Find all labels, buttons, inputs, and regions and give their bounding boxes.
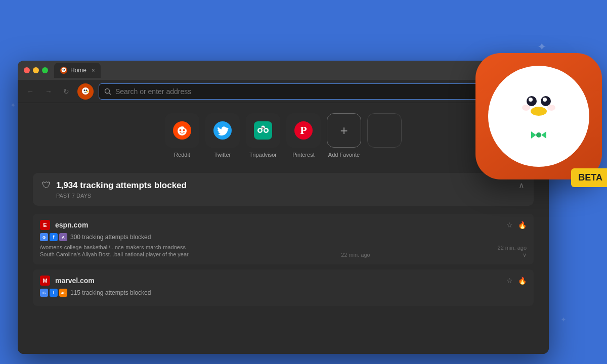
minimize-traffic-light[interactable]: [33, 67, 39, 73]
espn-tracker-logos: G f A: [40, 233, 67, 241]
espn-favicon: E: [40, 220, 50, 230]
espn-time-1: 22 min. ago: [498, 245, 527, 251]
svg-point-2: [63, 69, 64, 70]
title-bar: Home × 🔥: [18, 61, 549, 80]
pinterest-icon: P: [294, 121, 313, 140]
svg-line-15: [185, 127, 186, 128]
favorites-row: Reddit Twitter: [33, 113, 534, 158]
tracking-period: PAST 7 DAYS: [56, 193, 525, 199]
svg-point-12: [180, 129, 182, 131]
maximize-traffic-light[interactable]: [42, 67, 48, 73]
svg-point-31: [543, 98, 547, 102]
tracking-section: 🛡 1,934 tracking attempts blocked ∧ PAST…: [33, 173, 534, 206]
facebook-tracker-logo: f: [50, 233, 58, 241]
marvel-site-header: M marvel.com ☆ 🔥: [40, 276, 527, 286]
marvel-favicon: M: [40, 276, 50, 286]
collapse-tracking-button[interactable]: ∧: [518, 180, 525, 190]
tripadvisor-label: Tripadvisor: [249, 152, 277, 158]
espn-link-2[interactable]: South Carolina's Aliyah Bost...ball nati…: [40, 251, 189, 257]
home-tab[interactable]: Home ×: [54, 63, 101, 78]
marvel-tracker-count: 115 tracking attempts blocked: [70, 289, 151, 296]
close-traffic-light[interactable]: [24, 67, 30, 73]
google-tracker-logo: G: [40, 233, 48, 241]
refresh-button[interactable]: ↻: [60, 85, 72, 98]
ddg-inner-circle: [488, 66, 589, 167]
star-decoration-3: ✦: [560, 315, 567, 324]
marvel-tracker-logos: G f 46: [40, 289, 67, 297]
espn-link-row-2: South Carolina's Aliyah Bost...ball nati…: [40, 251, 527, 258]
back-button[interactable]: ←: [24, 85, 37, 98]
favorite-reddit[interactable]: Reddit: [165, 113, 199, 158]
search-input[interactable]: [115, 87, 519, 96]
tripadvisor-icon-container: TA: [246, 113, 280, 148]
marvel-facebook-tracker-logo: f: [50, 289, 58, 297]
traffic-lights: [24, 67, 48, 73]
espn-link-row-1: /womens-college-basketball/...nce-makers…: [40, 244, 527, 251]
svg-point-3: [64, 69, 65, 70]
twitter-icon-container: [205, 113, 240, 148]
tab-close-button[interactable]: ×: [92, 67, 95, 73]
marvel-domain: marvel.com: [55, 277, 95, 285]
beta-badge: BETA: [571, 168, 607, 187]
tracking-header: 🛡 1,934 tracking attempts blocked ∧: [42, 180, 525, 191]
svg-point-30: [529, 98, 533, 102]
shield-icon: 🛡: [42, 180, 51, 191]
reddit-icon: [173, 121, 191, 140]
svg-point-35: [536, 132, 541, 138]
search-icon: [104, 88, 111, 95]
star-decoration-4: ✦: [10, 101, 16, 109]
marvel-favorite-button[interactable]: ☆: [506, 277, 513, 285]
marvel-other-tracker-logo: 46: [59, 289, 67, 297]
espn-actions: ☆ 🔥: [506, 221, 527, 229]
ddg-logo-svg: [80, 86, 91, 97]
favorite-add[interactable]: + Add Favorite: [327, 113, 361, 158]
marvel-fire-button[interactable]: 🔥: [518, 277, 527, 285]
espn-tracker-count: 300 tracking attempts blocked: [70, 234, 151, 241]
tab-favicon: [60, 67, 67, 74]
browser-window: Home × 🔥 ← → ↻ •••: [18, 61, 549, 354]
svg-point-1: [62, 68, 66, 72]
twitter-label: Twitter: [214, 152, 231, 158]
marvel-name-group: M marvel.com: [40, 276, 95, 286]
pinterest-label: Pinterest: [292, 152, 314, 158]
ddg-logo-background: BETA: [475, 53, 602, 179]
ddg-app-logo: BETA: [475, 53, 602, 179]
empty-favorite-slot: [367, 113, 402, 148]
tripadvisor-icon: TA: [254, 121, 272, 140]
svg-point-32: [531, 107, 547, 116]
favorite-pinterest[interactable]: P Pinterest: [286, 113, 321, 158]
svg-point-36: [522, 105, 530, 111]
tab-title: Home: [70, 67, 86, 74]
tab-area: Home ×: [54, 63, 543, 78]
favorite-tripadvisor[interactable]: TA Tripadvisor: [246, 113, 280, 158]
favorite-twitter[interactable]: Twitter: [205, 113, 240, 158]
star-decoration-1: ✦: [537, 40, 546, 54]
espn-expand-icon[interactable]: ∨: [523, 252, 527, 258]
tracking-title-group: 🛡 1,934 tracking attempts blocked: [42, 180, 187, 191]
espn-favorite-button[interactable]: ☆: [506, 221, 513, 229]
espn-domain: espn.com: [55, 221, 88, 229]
ddg-logo: [77, 83, 94, 100]
svg-point-5: [84, 89, 85, 91]
pinterest-icon-container: P: [286, 113, 321, 148]
marvel-google-tracker-logo: G: [40, 289, 48, 297]
svg-point-20: [259, 129, 262, 132]
espn-fire-button[interactable]: 🔥: [518, 221, 527, 229]
espn-link-1[interactable]: /womens-college-basketball/...nce-makers…: [40, 244, 186, 250]
content-area: Reddit Twitter: [18, 103, 549, 354]
ddg-duck-svg: [498, 76, 579, 157]
site-entry-espn: E espn.com ☆ 🔥 G f A 300 tracking attemp…: [33, 214, 534, 264]
favorite-empty[interactable]: [367, 113, 402, 158]
espn-tracker-row: G f A 300 tracking attempts blocked: [40, 233, 527, 241]
marvel-tracker-row: G f 46 115 tracking attempts blocked: [40, 289, 527, 297]
forward-button[interactable]: →: [42, 85, 55, 98]
twitter-icon: [213, 121, 232, 140]
marvel-actions: ☆ 🔥: [506, 277, 527, 285]
espn-site-header: E espn.com ☆ 🔥: [40, 220, 527, 230]
search-bar[interactable]: [99, 83, 525, 100]
svg-point-21: [265, 129, 268, 132]
site-entry-marvel: M marvel.com ☆ 🔥 G f 46 115 tracking att…: [33, 269, 534, 306]
svg-line-9: [109, 93, 111, 95]
espn-time-2: 22 min. ago: [341, 252, 370, 258]
reddit-label: Reddit: [174, 152, 190, 158]
